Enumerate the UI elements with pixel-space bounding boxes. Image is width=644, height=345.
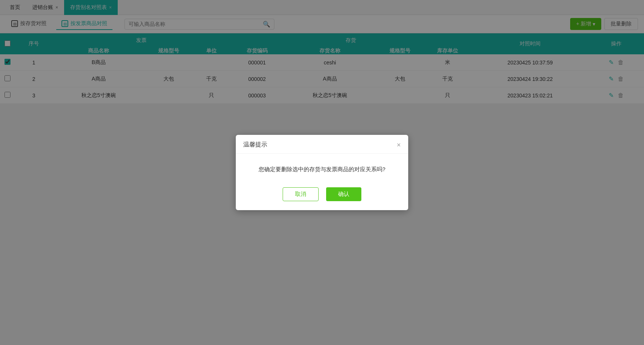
dialog-body: 您确定要删除选中的存货与发票商品的对应关系吗? <box>236 154 408 181</box>
dialog: 温馨提示 × 您确定要删除选中的存货与发票商品的对应关系吗? 取消 确认 <box>236 135 408 210</box>
dialog-cancel-button[interactable]: 取消 <box>283 187 319 201</box>
dialog-header: 温馨提示 × <box>236 135 408 154</box>
dialog-close-icon[interactable]: × <box>397 142 401 148</box>
overlay: 温馨提示 × 您确定要删除选中的存货与发票商品的对应关系吗? 取消 确认 <box>0 0 644 345</box>
dialog-footer: 取消 确认 <box>236 181 408 210</box>
dialog-message: 您确定要删除选中的存货与发票商品的对应关系吗? <box>259 166 385 172</box>
dialog-title: 温馨提示 <box>243 141 267 149</box>
dialog-confirm-button[interactable]: 确认 <box>326 187 361 201</box>
